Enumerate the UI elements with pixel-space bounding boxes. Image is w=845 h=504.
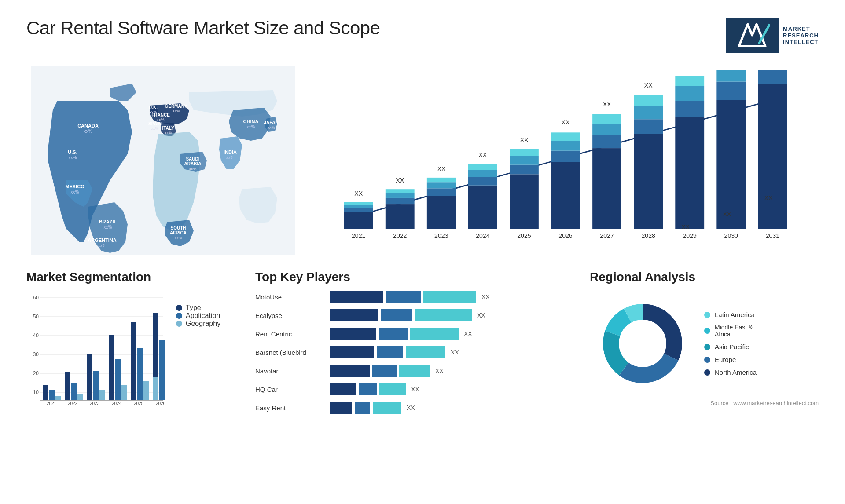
svg-text:2022: 2022	[68, 401, 78, 405]
svg-text:xx%: xx%	[189, 167, 196, 171]
svg-text:XX: XX	[396, 177, 404, 184]
svg-rect-58	[468, 177, 497, 186]
svg-rect-128	[93, 371, 99, 400]
svg-rect-47	[386, 193, 415, 198]
svg-rect-125	[77, 394, 83, 400]
growth-chart-svg: XX 2021 XX 2022 XX 2023	[321, 70, 810, 255]
svg-text:xx%: xx%	[69, 155, 77, 160]
svg-text:XX: XX	[603, 101, 611, 108]
svg-marker-0	[739, 24, 765, 46]
svg-text:2024: 2024	[476, 232, 490, 239]
svg-rect-42	[344, 202, 373, 205]
svg-text:2031: 2031	[766, 232, 780, 239]
segmentation-legend: Type Application Geography	[176, 304, 220, 328]
legend-application: Application	[176, 312, 220, 320]
europe-dot	[704, 357, 710, 363]
svg-text:INDIA: INDIA	[224, 150, 237, 155]
svg-rect-81	[634, 134, 663, 229]
latin-america-dot	[704, 312, 710, 318]
middle-east-africa-dot	[704, 328, 710, 334]
svg-rect-136	[137, 348, 143, 400]
player-motouse: MotoUse XX	[255, 291, 581, 303]
svg-text:JAPAN: JAPAN	[264, 120, 278, 125]
svg-text:CANADA: CANADA	[77, 123, 99, 128]
asia-pacific-dot	[704, 344, 710, 350]
logo-area: MARKET RESEARCH INTELLECT	[726, 18, 819, 53]
page-title: Car Rental Software Market Size and Scop…	[26, 18, 380, 39]
type-dot	[176, 305, 182, 311]
svg-rect-95	[716, 82, 746, 100]
svg-text:SPAIN: SPAIN	[148, 121, 162, 126]
map-section: CANADA xx% U.S. xx% MEXICO xx% BRAZIL xx…	[26, 66, 299, 261]
svg-text:2026: 2026	[156, 401, 166, 405]
svg-text:GERMANY: GERMANY	[165, 104, 187, 109]
svg-rect-48	[386, 189, 415, 193]
svg-rect-119	[43, 385, 48, 400]
svg-text:AFRICA: AFRICA	[170, 230, 187, 235]
svg-text:XX: XX	[644, 82, 653, 89]
svg-rect-70	[551, 151, 580, 162]
svg-text:SAUDI: SAUDI	[186, 157, 199, 161]
segmentation-title: Market Segmentation	[26, 270, 246, 284]
svg-text:50: 50	[33, 314, 39, 320]
player-rent-centric: Rent Centric XX	[255, 328, 581, 340]
svg-text:xx%: xx%	[164, 131, 172, 135]
svg-text:XX: XX	[681, 223, 690, 230]
svg-text:XX: XX	[764, 194, 773, 201]
player-navotar: Navotar XX	[255, 365, 581, 377]
players-section: Top Key Players MotoUse XX Ecalypse XX	[246, 270, 590, 420]
svg-rect-75	[592, 148, 621, 229]
source-text: Source : www.marketresearchintellect.com	[590, 400, 819, 406]
svg-text:2021: 2021	[47, 401, 57, 405]
svg-text:CHINA: CHINA	[243, 119, 259, 124]
segmentation-section: Market Segmentation 60 50 40 30 20 10	[26, 270, 246, 420]
svg-rect-132	[115, 359, 121, 400]
svg-text:xx%: xx%	[174, 236, 182, 240]
regional-title: Regional Analysis	[590, 270, 819, 284]
svg-rect-69	[551, 162, 580, 229]
svg-rect-87	[675, 117, 704, 229]
svg-text:2030: 2030	[724, 232, 738, 239]
svg-text:SOUTH: SOUTH	[171, 226, 186, 230]
svg-text:ARGENTINA: ARGENTINA	[88, 237, 116, 243]
svg-rect-88	[675, 101, 704, 117]
svg-text:XX: XX	[478, 151, 487, 158]
player-hq-car: HQ Car XX	[255, 383, 581, 395]
svg-rect-65	[510, 156, 539, 165]
svg-rect-63	[510, 174, 539, 229]
svg-text:U.K.: U.K.	[149, 105, 158, 110]
svg-text:XX: XX	[562, 119, 570, 126]
legend-type: Type	[176, 304, 220, 312]
svg-text:xx%: xx%	[151, 126, 158, 131]
svg-rect-66	[510, 149, 539, 156]
svg-rect-76	[592, 135, 621, 148]
north-america-dot	[704, 369, 710, 376]
svg-rect-94	[716, 100, 746, 229]
svg-rect-120	[49, 390, 55, 400]
svg-rect-40	[344, 208, 373, 212]
svg-rect-77	[592, 124, 621, 135]
svg-rect-143	[159, 340, 165, 400]
svg-text:XX: XX	[520, 136, 529, 143]
svg-rect-78	[592, 114, 621, 124]
svg-rect-53	[427, 182, 456, 188]
legend-latin-america: Latin America	[704, 311, 757, 318]
svg-rect-133	[121, 385, 127, 400]
svg-text:MEXICO: MEXICO	[65, 184, 84, 189]
bar-chart-section: XX 2021 XX 2022 XX 2023	[312, 66, 819, 261]
svg-text:XX: XX	[723, 211, 731, 218]
svg-rect-144	[153, 377, 158, 400]
regional-chart-area: Latin America Middle East &Africa Asia P…	[590, 291, 819, 396]
svg-rect-83	[634, 106, 663, 119]
svg-rect-45	[386, 204, 415, 229]
players-title: Top Key Players	[255, 270, 581, 284]
svg-text:xx%: xx%	[98, 243, 107, 248]
svg-rect-101	[758, 70, 787, 84]
svg-rect-57	[468, 186, 497, 229]
svg-rect-135	[131, 322, 136, 400]
svg-text:2027: 2027	[600, 232, 614, 239]
svg-text:2025: 2025	[517, 232, 531, 239]
svg-rect-131	[109, 335, 114, 400]
legend-geography: Geography	[176, 320, 220, 328]
svg-text:XX: XX	[437, 165, 445, 172]
